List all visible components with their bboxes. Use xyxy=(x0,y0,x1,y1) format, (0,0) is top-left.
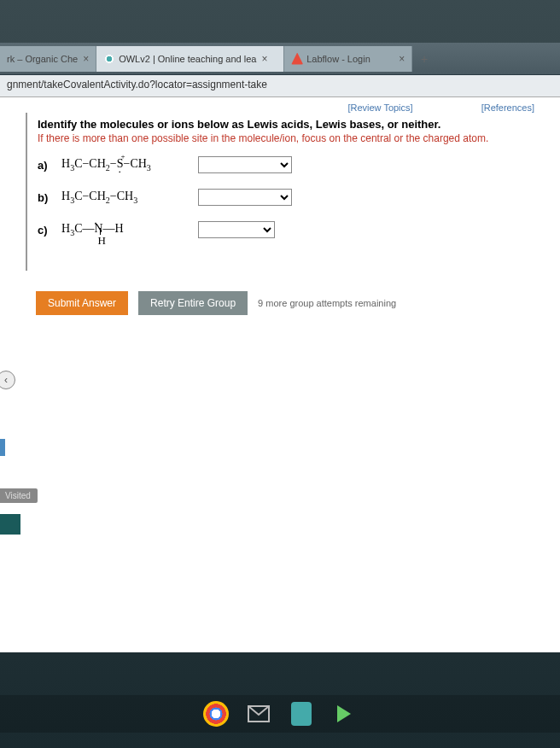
row-a: a) H3C−CH2−S−CH3 xyxy=(38,156,545,173)
envelope-icon xyxy=(248,705,270,722)
chrome-icon[interactable] xyxy=(203,701,229,727)
owl-icon xyxy=(103,53,115,65)
visited-badge: Visited xyxy=(0,488,38,503)
row-label-b: b) xyxy=(38,191,61,204)
url-text: gnment/takeCovalentActivity.do?locator=a… xyxy=(7,79,267,91)
retry-button[interactable]: Retry Entire Group xyxy=(138,291,248,315)
references-link[interactable]: [References] xyxy=(481,102,534,113)
tab-label: Labflow - Login xyxy=(306,54,370,64)
row-b: b) H3C−CH2−CH3 xyxy=(38,189,545,206)
left-nav-dock: ‹ xyxy=(0,371,9,389)
submit-button[interactable]: Submit Answer xyxy=(36,291,128,315)
tab-label: rk – Organic Che xyxy=(7,54,78,64)
molecule-c: H3C—NH—H xyxy=(61,222,198,237)
prev-button[interactable]: ‹ xyxy=(0,371,15,389)
doc-icon[interactable] xyxy=(289,701,314,727)
tab-label: OWLv2 | Online teaching and lea xyxy=(119,54,256,64)
molecule-a: H3C−CH2−S−CH3 xyxy=(61,157,198,172)
dropdown-c[interactable] xyxy=(198,221,275,238)
url-bar[interactable]: gnment/takeCovalentActivity.do?locator=a… xyxy=(0,75,560,97)
new-tab-button[interactable]: + xyxy=(412,52,436,66)
row-label-c: c) xyxy=(38,224,61,237)
top-links: [Review Topics] [References] xyxy=(26,97,560,113)
dropdown-a[interactable] xyxy=(198,156,292,173)
dropdown-b[interactable] xyxy=(198,189,292,206)
content-area: [Review Topics] [References] Identify th… xyxy=(0,97,560,652)
review-topics-link[interactable]: [Review Topics] xyxy=(347,102,412,113)
teal-marker xyxy=(0,514,20,535)
attempts-remaining: 9 more group attempts remaining xyxy=(258,298,396,308)
row-label-a: a) xyxy=(38,159,61,172)
close-icon[interactable]: × xyxy=(83,53,89,65)
labflow-icon xyxy=(291,53,303,65)
close-icon[interactable]: × xyxy=(399,53,405,65)
tab-labflow[interactable]: Labflow - Login × xyxy=(284,46,412,72)
browser-tabs: rk – Organic Che × OWLv2 | Online teachi… xyxy=(0,43,560,75)
taskbar xyxy=(0,695,560,733)
molecule-b: H3C−CH2−CH3 xyxy=(61,190,198,205)
tab-owlv2[interactable]: OWLv2 | Online teaching and lea × xyxy=(96,46,284,72)
question-prompt: Identify the molecules or ions below as … xyxy=(38,118,545,131)
row-c: c) H3C—NH—H xyxy=(38,221,545,238)
progress-marker xyxy=(0,439,5,456)
close-icon[interactable]: × xyxy=(261,53,267,65)
tab-organic-chem[interactable]: rk – Organic Che × xyxy=(0,46,96,72)
question-box: Identify the molecules or ions below as … xyxy=(26,113,553,271)
question-hint: If there is more than one possible site … xyxy=(38,132,545,144)
play-icon[interactable] xyxy=(331,701,357,727)
button-row: Submit Answer Retry Entire Group 9 more … xyxy=(36,291,560,315)
mail-icon[interactable] xyxy=(246,701,271,727)
